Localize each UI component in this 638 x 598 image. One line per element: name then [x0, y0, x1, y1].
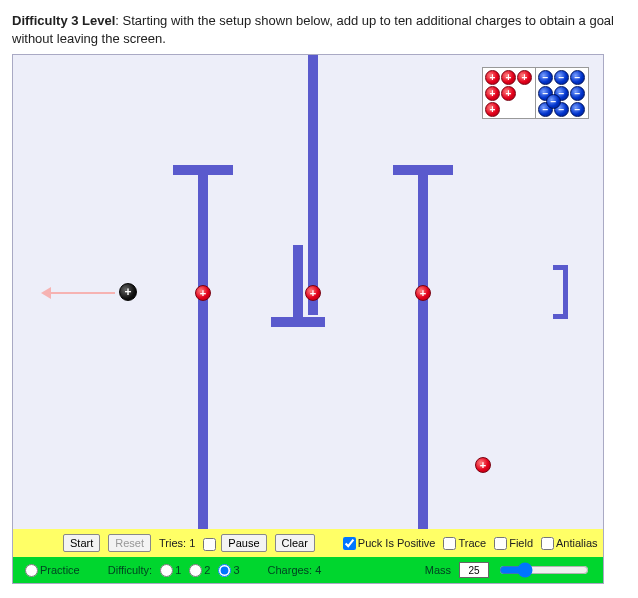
charge-placed[interactable]: +	[475, 457, 491, 473]
tray-charge-positive[interactable]: +	[517, 70, 532, 85]
pause-control[interactable]: Pause	[203, 534, 266, 552]
difficulty-3-radio[interactable]	[218, 564, 231, 577]
goal-bracket	[553, 265, 568, 319]
puck[interactable]: +	[119, 283, 137, 301]
tray-charge-negative[interactable]: −	[538, 70, 553, 85]
charge-placed[interactable]: +	[415, 285, 431, 301]
difficulty-2[interactable]: 2	[189, 564, 210, 578]
puck-positive-control[interactable]: Puck Is Positive	[343, 537, 436, 551]
mass-input[interactable]	[459, 562, 489, 578]
difficulty-2-radio[interactable]	[189, 564, 202, 577]
tray-charge-positive[interactable]: +	[485, 102, 500, 117]
start-button[interactable]: Start	[63, 534, 100, 552]
practice-radio[interactable]	[25, 564, 38, 577]
difficulty-1-radio[interactable]	[160, 564, 173, 577]
trace-checkbox[interactable]	[443, 537, 456, 550]
tries-label: Tries: 1	[159, 537, 195, 549]
charge-tray: + + + + + + − − − − − − − − − −	[482, 67, 589, 119]
practice-control[interactable]: Practice	[25, 564, 80, 578]
velocity-arrow	[45, 292, 115, 294]
instructions-title: Difficulty 3 Level	[12, 13, 115, 28]
control-panel-bottom: Practice Difficulty: 1 2 3 Charges: 4 Ma…	[13, 557, 603, 583]
tray-positive-cell[interactable]: + + + + + +	[483, 68, 536, 118]
pause-button[interactable]: Pause	[221, 534, 266, 552]
difficulty-1[interactable]: 1	[160, 564, 181, 578]
tray-negative-cell[interactable]: − − − − − − − − − −	[536, 68, 588, 118]
charge-placed[interactable]: +	[305, 285, 321, 301]
tray-charge-positive[interactable]: +	[485, 86, 500, 101]
tray-charge-positive[interactable]: +	[501, 70, 516, 85]
control-panel-top: Start Reset Tries: 1 Pause Clear Puck Is…	[13, 529, 603, 557]
tray-charge-positive[interactable]: +	[501, 86, 516, 101]
antialias-checkbox[interactable]	[541, 537, 554, 550]
trace-control[interactable]: Trace	[443, 537, 486, 551]
antialias-control[interactable]: Antialias	[541, 537, 598, 551]
pause-checkbox[interactable]	[203, 538, 216, 551]
mass-slider[interactable]	[499, 562, 589, 578]
clear-button[interactable]: Clear	[275, 534, 315, 552]
tray-charge-negative[interactable]: −	[554, 70, 569, 85]
tray-charge-negative[interactable]: −	[570, 70, 585, 85]
puck-positive-checkbox[interactable]	[343, 537, 356, 550]
mass-label: Mass	[425, 564, 451, 576]
charges-label: Charges: 4	[268, 564, 322, 576]
barrier-top-center	[308, 55, 318, 315]
instructions: Difficulty 3 Level: Starting with the se…	[12, 12, 626, 48]
tray-charge-negative[interactable]: −	[570, 86, 585, 101]
barrier-left-stem	[198, 165, 208, 529]
barrier-center-stem	[293, 245, 303, 323]
difficulty-3[interactable]: 3	[218, 564, 239, 578]
simulation-frame: + + + + + + + + + + + − − − − − − −	[12, 54, 604, 584]
tray-charge-positive[interactable]: +	[485, 70, 500, 85]
reset-button[interactable]: Reset	[108, 534, 151, 552]
difficulty-label: Difficulty:	[108, 564, 152, 576]
field-control[interactable]: Field	[494, 537, 533, 551]
field-checkbox[interactable]	[494, 537, 507, 550]
charge-placed[interactable]: +	[195, 285, 211, 301]
barrier-right-stem	[418, 165, 428, 529]
tray-charge-negative[interactable]: −	[570, 102, 585, 117]
play-area[interactable]: + + + + + + + + + + + − − − − − − −	[13, 55, 603, 529]
barrier-center-base	[271, 317, 325, 327]
